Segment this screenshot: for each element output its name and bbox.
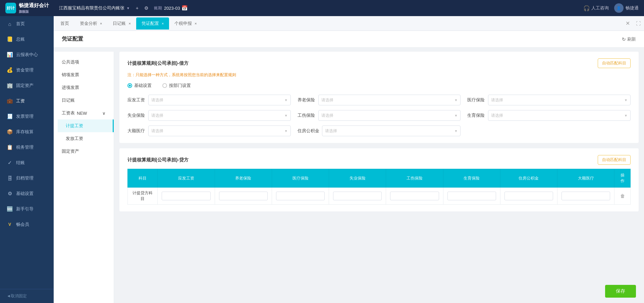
field-sybx2-label: 生育保险 (467, 112, 485, 118)
credit-section: 计提核算规则(公司承担)-贷方 自动匹配科目 科目 应发工资 养老保险 医疗保险 (119, 148, 639, 211)
leftnav-sales-label: 销项发票 (62, 72, 79, 78)
add-button[interactable]: + (132, 3, 142, 13)
leftnav-sales[interactable]: 销项发票 (54, 68, 114, 81)
tab-close-window[interactable]: ✕ (624, 20, 632, 27)
refresh-button[interactable]: ↻ 刷新 (622, 36, 636, 42)
leftnav-journal[interactable]: 日记账 (54, 94, 114, 107)
radio-basic-circle (127, 83, 132, 88)
page-title: 凭证配置 (62, 36, 83, 43)
tab-tax[interactable]: 个税申报 × (169, 17, 202, 30)
field-sybx-select[interactable]: 请选择 ▼ (148, 110, 291, 121)
credit-section-title: 计提核算规则(公司承担)-贷方 (127, 157, 189, 163)
radio-dept-circle (162, 83, 167, 88)
user-menu[interactable]: 👤 畅捷通 (614, 3, 639, 13)
service-button[interactable]: 🎧 人工咨询 (583, 5, 609, 11)
sybx-arrow: ▼ (284, 114, 288, 117)
debit-section-header: 计提核算规则(公司承担)-借方 自动匹配科目 (127, 58, 631, 68)
tab-tax-close[interactable]: × (195, 21, 197, 26)
content-area: 首页 资金分析 × 日记账 × 凭证配置 × 个税申报 × ✕ ⛶ (54, 16, 644, 303)
tab-funds-close[interactable]: × (100, 21, 102, 26)
sidebar-item-tax[interactable]: 📋 税务管理 (0, 140, 54, 155)
col-subject: 科目 (128, 169, 158, 188)
sidebar-item-home[interactable]: ⌂ 首页 (0, 16, 54, 32)
sidebar-label-tax: 税务管理 (16, 144, 34, 150)
tab-journal[interactable]: 日记账 × (107, 17, 136, 30)
field-ylbx-select[interactable]: 请选择 ▼ (318, 95, 461, 105)
base-settings-icon: ⚙ (7, 191, 13, 197)
leftnav-pay-label: 发放工资 (66, 136, 83, 142)
calendar-icon[interactable]: 📅 (180, 3, 190, 13)
field-zfgjj-select[interactable]: 请选择 ▼ (322, 125, 461, 136)
sidebar-item-invoice[interactable]: 🧾 发票管理 (0, 109, 54, 124)
user-avatar: 👤 (614, 3, 624, 13)
salary-subitems: 计提工资 发放工资 (54, 119, 114, 145)
field-dyyl-select[interactable]: 请选择 ▼ (148, 125, 291, 136)
leftnav-accrual-label: 计提工资 (66, 123, 83, 129)
field-sybx2-select[interactable]: 请选择 ▼ (488, 110, 631, 121)
debit-section-title: 计提核算规则(公司承担)-借方 (127, 60, 189, 66)
tab-voucher[interactable]: 凭证配置 × (136, 17, 169, 30)
field-ylbx2-select[interactable]: 请选择 ▼ (488, 95, 631, 105)
sidebar-item-archive[interactable]: 🗄 归档管理 (0, 170, 54, 186)
table-row: 计提贷方科目 🗑 (128, 188, 631, 205)
leftnav-public[interactable]: 公共选项 (54, 56, 114, 68)
col-ylbx: 养老保险 (215, 169, 272, 188)
input-ylbx[interactable] (219, 192, 268, 200)
sidebar-item-close[interactable]: ✓ 结账 (0, 155, 54, 170)
delete-row-button[interactable]: 🗑 (620, 193, 625, 199)
credit-auto-match-button[interactable]: 自动匹配科目 (598, 155, 631, 165)
ylbx2-arrow: ▼ (624, 98, 628, 102)
input-sybx2[interactable] (447, 192, 496, 200)
field-yfgz-label: 应发工资 (127, 97, 146, 103)
sidebar-item-member[interactable]: V 畅会员 (0, 217, 54, 232)
sidebar-label-settings: 基础设置 (16, 191, 34, 197)
cell-dyyl (557, 188, 614, 205)
radio-basic-label: 基础设置 (134, 83, 152, 89)
company-selector[interactable]: 江西服宝精品有限责任公司内账张 ▼ (59, 5, 130, 11)
sidebar-item-reports[interactable]: 📊 云报表中心 (0, 47, 54, 62)
input-sybx[interactable] (333, 192, 382, 200)
debit-auto-match-button[interactable]: 自动匹配科目 (598, 58, 631, 68)
page-content: 凭证配置 ↻ 刷新 公共选项 销项发票 进项发票 (54, 31, 644, 303)
field-yfgz-select[interactable]: 请选择 ▼ (148, 95, 291, 105)
logo-icon: 好计 (5, 3, 16, 13)
input-ylbx2[interactable] (276, 192, 325, 200)
field-gsbx-select[interactable]: 请选择 ▼ (318, 110, 461, 121)
leftnav-purchase[interactable]: 进项发票 (54, 81, 114, 94)
input-yfgz[interactable] (162, 192, 210, 200)
radio-basic[interactable]: 基础设置 (127, 83, 152, 89)
tab-funds[interactable]: 资金分析 × (74, 17, 107, 30)
leftnav-salary-table[interactable]: 工资表 NEW ∨ (54, 107, 114, 119)
dyyl-arrow: ▼ (284, 129, 288, 133)
cell-action: 🗑 (614, 188, 631, 205)
cancel-fix-button[interactable]: ◄取消固定 (0, 289, 54, 303)
leftnav-accrual[interactable]: 计提工资 (58, 119, 114, 132)
sidebar-item-funds[interactable]: 💰 资金管理 (0, 62, 54, 78)
input-gsbx[interactable] (390, 192, 439, 200)
leftnav-fixed[interactable]: 固定资产 (54, 145, 114, 158)
cell-yfgz (158, 188, 215, 205)
new-badge: NEW (77, 111, 87, 116)
sidebar-item-settings[interactable]: ⚙ 基础设置 (0, 186, 54, 201)
radio-group: 基础设置 按部门设置 (127, 83, 631, 89)
save-button[interactable]: 保存 (605, 285, 636, 298)
field-yfgz-placeholder: 请选择 (151, 97, 163, 103)
sidebar-item-ledger[interactable]: 📒 总账 (0, 32, 54, 47)
yfgz-arrow: ▼ (284, 98, 288, 102)
sidebar-item-assets[interactable]: 🏢 固定资产 (0, 78, 54, 93)
tab-maximize[interactable]: ⛶ (634, 21, 643, 26)
member-icon: V (7, 221, 13, 228)
tab-home[interactable]: 首页 (55, 17, 74, 30)
input-dyyl[interactable] (561, 192, 610, 200)
tab-voucher-close[interactable]: × (162, 21, 164, 26)
radio-dept[interactable]: 按部门设置 (162, 83, 191, 89)
settings-icon[interactable]: ⚙ (142, 3, 151, 13)
tab-journal-close[interactable]: × (128, 21, 130, 26)
input-zfgjj[interactable] (504, 192, 553, 200)
sidebar-item-salary[interactable]: 💼 工资 (0, 93, 54, 109)
leftnav-pay[interactable]: 发放工资 (58, 132, 114, 145)
sidebar-item-inventory[interactable]: 📦 库存核算 (0, 124, 54, 140)
leftnav-fixed-label: 固定资产 (62, 148, 79, 154)
sidebar-item-guide[interactable]: 🆕 新手引导 (0, 201, 54, 217)
salary-icon: 💼 (7, 98, 13, 104)
